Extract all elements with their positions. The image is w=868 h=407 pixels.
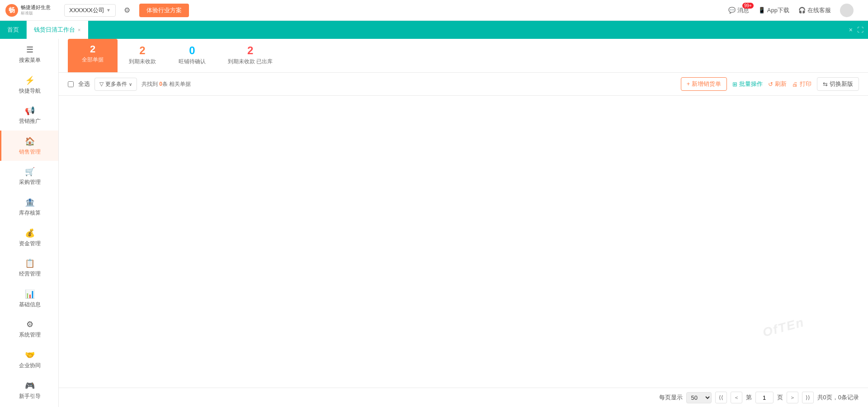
table-area	[59, 96, 868, 388]
batch-operation-button[interactable]: ⊞ 批量操作	[732, 80, 763, 88]
sidebar-item-sales[interactable]: 🏠 销售管理	[0, 131, 58, 161]
download-icon: 📱	[758, 7, 765, 14]
per-page-select[interactable]: 50 100 200	[686, 392, 712, 403]
avatar[interactable]	[840, 4, 854, 17]
toolbar-left: 全选 ▽ 更多条件 ∨ 共找到 0条 相关单据	[68, 78, 191, 91]
quicknav-icon: ⚡	[24, 75, 35, 86]
refresh-icon: ↺	[768, 81, 773, 88]
marketing-icon: 📢	[24, 105, 35, 116]
refresh-button[interactable]: ↺ 刷新	[768, 80, 787, 88]
sidebar-item-basic-info[interactable]: 📊 基础信息	[0, 283, 58, 314]
next-page-button[interactable]: ＞	[787, 392, 798, 403]
app-download-button[interactable]: 📱 App下载	[758, 6, 789, 14]
inventory-icon: 🏦	[24, 197, 35, 208]
collab-icon: 🤝	[24, 350, 35, 360]
operation-icon: 📋	[24, 258, 35, 269]
select-all-checkbox[interactable]	[68, 81, 74, 87]
message-button[interactable]: 💬 消息 99+	[728, 6, 749, 14]
sidebar-item-guide[interactable]: 🎮 新手引导	[0, 375, 58, 406]
tab-bar: 首页 钱货日清工作台 × × ⛶	[0, 21, 868, 39]
message-badge: 99+	[742, 3, 754, 9]
tab-expand-icon[interactable]: ⛶	[857, 26, 863, 33]
stats-tabs: 2 全部单据 2 到期未收款 0 旺铺待确认 2 到期未收款 已出库	[59, 39, 868, 73]
chevron-down-icon: ▼	[106, 8, 111, 13]
tab-workbench[interactable]: 钱货日清工作台 ×	[27, 21, 88, 39]
pagination-bar: 每页显示 50 100 200 ⟨⟨ ＜ 第 页 ＞ ⟩⟩ 共0页，0条记录	[59, 388, 868, 407]
sidebar-item-app-center[interactable]: 📦 应用中心	[0, 405, 58, 407]
page-unit: 页	[777, 393, 783, 402]
print-button[interactable]: 🖨 打印	[792, 80, 811, 88]
search-menu-icon: ☰	[24, 44, 35, 55]
sidebar-item-quicknav[interactable]: ⚡ 快捷导航	[0, 70, 58, 100]
guide-icon: 🎮	[24, 380, 35, 391]
system-icon: ⚙	[24, 319, 35, 330]
print-icon: 🖨	[792, 81, 798, 88]
tab-home[interactable]: 首页	[0, 21, 27, 39]
sidebar-item-marketing[interactable]: 📢 营销推广	[0, 100, 58, 131]
basic-info-icon: 📊	[24, 289, 35, 299]
message-icon: 💬	[728, 7, 736, 14]
stat-tab-all[interactable]: 2 全部单据	[68, 39, 118, 72]
stat-tab-wangpu[interactable]: 0 旺铺待确认	[167, 39, 217, 72]
filter-button[interactable]: ▽ 更多条件 ∨	[94, 78, 137, 91]
sidebar-item-enterprise-collab[interactable]: 🤝 企业协同	[0, 344, 58, 375]
sidebar-item-inventory[interactable]: 🏦 库存核算	[0, 192, 58, 222]
trial-button[interactable]: 体验行业方案	[139, 4, 189, 17]
tab-bar-right: × ⛶	[849, 26, 868, 33]
logo-text: 畅捷通好生意 标准版	[21, 4, 51, 16]
switch-version-button[interactable]: ⇆ 切换新版	[817, 77, 859, 91]
new-sales-order-button[interactable]: + 新增销货单	[681, 77, 727, 91]
per-page-label: 每页显示	[659, 393, 683, 402]
settings-button[interactable]: ⚙	[120, 4, 134, 17]
switch-icon: ⇆	[823, 81, 828, 88]
sidebar: ☰ 搜索菜单 ⚡ 快捷导航 📢 营销推广 🏠 销售管理 🛒 采购管理 🏦 库存核…	[0, 39, 59, 407]
filter-icon: ▽	[99, 81, 104, 87]
toolbar-right: + 新增销货单 ⊞ 批量操作 ↺ 刷新 🖨 打印 ⇆ 切换新版	[681, 77, 859, 91]
sidebar-item-search[interactable]: ☰ 搜索菜单	[0, 39, 58, 70]
prev-page-button[interactable]: ＜	[731, 392, 742, 403]
online-service-button[interactable]: 🎧 在线客服	[798, 6, 831, 14]
purchase-icon: 🛒	[24, 166, 35, 177]
sidebar-item-purchase[interactable]: 🛒 采购管理	[0, 161, 58, 192]
logo-area: 畅 畅捷通好生意 标准版	[5, 4, 64, 17]
service-icon: 🎧	[798, 7, 806, 14]
content-area: 2 全部单据 2 到期未收款 0 旺铺待确认 2 到期未收款 已出库 全选	[59, 39, 868, 407]
company-name: XXXXXX公司	[69, 6, 104, 14]
select-all-label: 全选	[78, 80, 90, 88]
top-header: 畅 畅捷通好生意 标准版 XXXXXX公司 ▼ ⚙ 体验行业方案 💬 消息 99…	[0, 0, 868, 21]
stat-tab-overdue-shipped[interactable]: 2 到期未收款 已出库	[217, 39, 283, 72]
tab-close-icon[interactable]: ×	[849, 26, 853, 33]
total-records: 共0页，0条记录	[817, 393, 859, 402]
main-layout: ☰ 搜索菜单 ⚡ 快捷导航 📢 营销推广 🏠 销售管理 🛒 采购管理 🏦 库存核…	[0, 39, 868, 407]
logo-icon: 畅	[5, 4, 18, 17]
first-page-button[interactable]: ⟨⟨	[715, 392, 727, 403]
batch-icon: ⊞	[732, 81, 737, 88]
sidebar-item-system[interactable]: ⚙ 系统管理	[0, 313, 58, 344]
page-label: 第	[746, 393, 752, 402]
header-right: 💬 消息 99+ 📱 App下载 🎧 在线客服	[728, 4, 863, 17]
current-page-input[interactable]	[755, 392, 774, 403]
last-page-button[interactable]: ⟩⟩	[802, 392, 814, 403]
finance-icon: 💰	[24, 228, 35, 239]
close-tab-icon[interactable]: ×	[78, 27, 80, 33]
filter-chevron-icon: ∨	[129, 82, 132, 87]
sidebar-item-operation[interactable]: 📋 经营管理	[0, 253, 58, 283]
sidebar-item-finance[interactable]: 💰 资金管理	[0, 222, 58, 253]
sales-icon: 🏠	[24, 136, 35, 147]
found-text: 共找到 0条 相关单据	[142, 80, 191, 88]
toolbar: 全选 ▽ 更多条件 ∨ 共找到 0条 相关单据 + 新增销货单 ⊞ 批量操作 ↺	[59, 73, 868, 96]
stat-tab-overdue-payment[interactable]: 2 到期未收款	[118, 39, 167, 72]
company-selector[interactable]: XXXXXX公司 ▼	[64, 4, 116, 17]
